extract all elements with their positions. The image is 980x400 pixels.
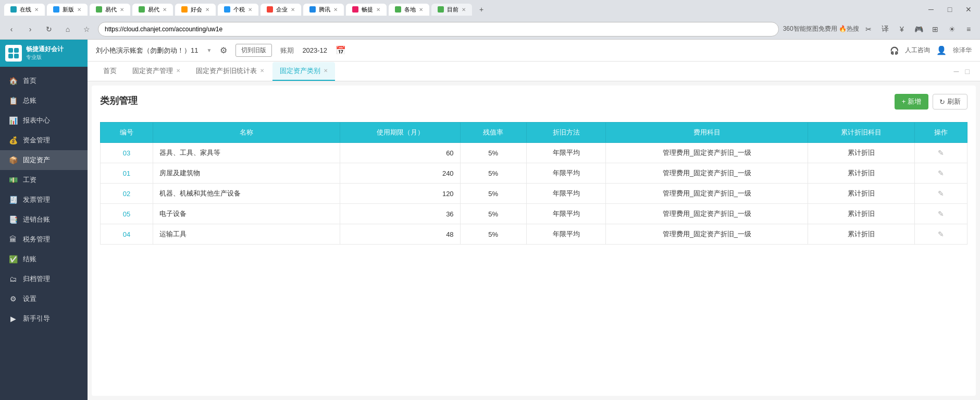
close-window-button[interactable]: ✕: [961, 2, 976, 17]
browser-tab-10[interactable]: 目前 ✕: [431, 4, 472, 16]
add-button[interactable]: + 新增: [895, 94, 928, 110]
tab-close-6[interactable]: ✕: [291, 7, 295, 13]
table-row: 05 电子设备 36 5% 年限平均 管理费用_固定资产折旧_一级 累计折旧 ✎: [101, 204, 967, 224]
tab-close-7[interactable]: ✕: [333, 7, 338, 13]
refresh-table-button[interactable]: ↻ 刷新: [933, 94, 967, 110]
tab-asset-category-close[interactable]: ✕: [324, 68, 328, 74]
sidebar-item-settings[interactable]: ⚙ 设置: [0, 289, 88, 309]
switch-btn[interactable]: 切到旧版: [235, 44, 272, 57]
forward-button[interactable]: ›: [23, 22, 38, 37]
sidebar-item-guide[interactable]: ▶ 新手引导: [0, 309, 88, 329]
maximize-button[interactable]: □: [942, 2, 957, 17]
translate-button[interactable]: 译: [878, 22, 892, 37]
table-row: 01 房屋及建筑物 240 5% 年限平均 管理费用_固定资产折旧_一级 累计折…: [101, 163, 967, 184]
cell-id-3[interactable]: 05: [101, 204, 153, 224]
browser-tab-8[interactable]: 畅提 ✕: [346, 4, 387, 16]
sidebar-item-purchase-sales[interactable]: 📑 进销台账: [0, 210, 88, 229]
browser-toolbar: 360智能抠图免费用 🔥热搜 ✂ 译 ¥ 🎮 ⊞ ☀ ≡: [783, 22, 976, 37]
edit-icon-0[interactable]: ✎: [938, 149, 944, 157]
cell-id-2[interactable]: 02: [101, 184, 153, 204]
browser-tab-2[interactable]: 易代 ✕: [90, 4, 130, 16]
browser-tab-0[interactable]: 在线 ✕: [4, 4, 45, 16]
game-button[interactable]: 🎮: [911, 22, 926, 37]
tab-close-3[interactable]: ✕: [163, 7, 167, 13]
edit-icon-3[interactable]: ✎: [938, 210, 944, 218]
browser-tab-3[interactable]: 易代 ✕: [132, 4, 173, 16]
browser-tab-6[interactable]: 企业 ✕: [260, 4, 301, 16]
sidebar-item-archive[interactable]: 🗂 归档管理: [0, 269, 88, 289]
cell-period-1: 240: [340, 163, 460, 184]
logo-subtitle: 专业版: [26, 54, 64, 61]
table-row: 02 机器、机械和其他生产设备 120 5% 年限平均 管理费用_固定资产折旧_…: [101, 184, 967, 204]
purchase-sales-icon: 📑: [8, 215, 18, 224]
sidebar-item-fixed-assets[interactable]: 📦 固定资产: [0, 150, 88, 170]
calendar-icon[interactable]: 📅: [336, 45, 346, 55]
reports-icon: 📊: [8, 116, 18, 125]
service-label[interactable]: 人工咨询: [905, 46, 930, 55]
col-header-residual: 残值率: [460, 123, 526, 143]
table-row: 03 器具、工具、家具等 60 5% 年限平均 管理费用_固定资产折旧_一级 累…: [101, 143, 967, 163]
refresh-icon: ↻: [939, 98, 945, 106]
tab-expand-button[interactable]: □: [963, 66, 972, 77]
wallet-button[interactable]: ¥: [895, 22, 909, 37]
tab-close-1[interactable]: ✕: [77, 7, 81, 13]
edit-icon-4[interactable]: ✎: [938, 230, 944, 238]
minimize-button[interactable]: ─: [924, 2, 938, 17]
home-button[interactable]: ⌂: [60, 22, 75, 37]
period-label: 账期: [280, 46, 294, 55]
browser-tab-1[interactable]: 新版 ✕: [47, 4, 88, 16]
sidebar-item-payroll[interactable]: 💵 工资: [0, 170, 88, 190]
refresh-button[interactable]: ↻: [42, 22, 56, 37]
brightness-button[interactable]: ☀: [945, 22, 959, 37]
sidebar-item-label-guide: 新手引导: [23, 314, 50, 323]
browser-tab-bar: 在线 ✕ 新版 ✕ 易代 ✕ 易代 ✕ 好会 ✕ 个税 ✕ 企业 ✕ 腾讯 ✕ …: [0, 0, 980, 19]
cell-residual-0: 5%: [460, 143, 526, 163]
cell-expense-3: 管理费用_固定资产折旧_一级: [606, 204, 808, 224]
sidebar-item-ledger[interactable]: 📋 总账: [0, 91, 88, 111]
tab-close-9[interactable]: ✕: [419, 7, 423, 13]
new-tab-button[interactable]: +: [474, 2, 489, 17]
tab-home[interactable]: 首页: [96, 62, 124, 81]
browser-tab-7[interactable]: 腾讯 ✕: [303, 4, 344, 16]
address-input[interactable]: [98, 22, 779, 37]
cell-id-0[interactable]: 03: [101, 143, 153, 163]
settings-button[interactable]: ≡: [961, 22, 976, 37]
edit-icon-1[interactable]: ✎: [938, 169, 944, 177]
browser-tab-5[interactable]: 个税 ✕: [218, 4, 258, 16]
tab-close-8[interactable]: ✕: [376, 7, 380, 13]
tab-minimize-button[interactable]: ─: [952, 66, 961, 77]
sidebar-item-tax[interactable]: 🏛 税务管理: [0, 229, 88, 249]
browser-tab-9[interactable]: 各地 ✕: [389, 4, 429, 16]
cut-button[interactable]: ✂: [861, 22, 876, 37]
back-button[interactable]: ‹: [4, 22, 19, 37]
sidebar-item-home[interactable]: 🏠 首页: [0, 71, 88, 91]
tab-fixed-assets-mgmt[interactable]: 固定资产管理 ✕: [125, 62, 188, 81]
table-row: 04 运输工具 48 5% 年限平均 管理费用_固定资产折旧_一级 累计折旧 ✎: [101, 224, 967, 245]
logo-title: 畅捷通好会计: [26, 45, 64, 54]
cell-id-4[interactable]: 04: [101, 224, 153, 245]
tab-close-4[interactable]: ✕: [205, 7, 209, 13]
cell-depreciation-2: 累计折旧: [808, 184, 914, 204]
cell-period-2: 120: [340, 184, 460, 204]
sidebar-item-invoice[interactable]: 🧾 发票管理: [0, 190, 88, 210]
tab-fixed-assets-mgmt-close[interactable]: ✕: [176, 68, 180, 74]
cell-action-3: ✎: [914, 204, 967, 224]
grid-button[interactable]: ⊞: [928, 22, 942, 37]
bookmark-button[interactable]: ☆: [79, 22, 94, 37]
tab-close-2[interactable]: ✕: [120, 7, 124, 13]
sidebar-item-finance[interactable]: 💰 资金管理: [0, 130, 88, 150]
account-dropdown-icon[interactable]: ▼: [206, 47, 212, 53]
tab-close-10[interactable]: ✕: [462, 7, 466, 13]
edit-icon-2[interactable]: ✎: [938, 189, 944, 198]
tab-close-0[interactable]: ✕: [34, 7, 39, 13]
tab-depreciation-stats[interactable]: 固定资产折旧统计表 ✕: [189, 62, 271, 81]
tab-depreciation-stats-close[interactable]: ✕: [260, 68, 264, 74]
sidebar-item-reports[interactable]: 📊 报表中心: [0, 111, 88, 130]
sidebar-item-settlement[interactable]: ✅ 结账: [0, 249, 88, 269]
tab-close-5[interactable]: ✕: [248, 7, 252, 13]
browser-tab-4[interactable]: 好会 ✕: [175, 4, 216, 16]
tab-asset-category[interactable]: 固定资产类别 ✕: [272, 62, 335, 81]
account-settings-icon[interactable]: ⚙: [220, 45, 227, 55]
cell-id-1[interactable]: 01: [101, 163, 153, 184]
invoice-icon: 🧾: [8, 195, 18, 204]
